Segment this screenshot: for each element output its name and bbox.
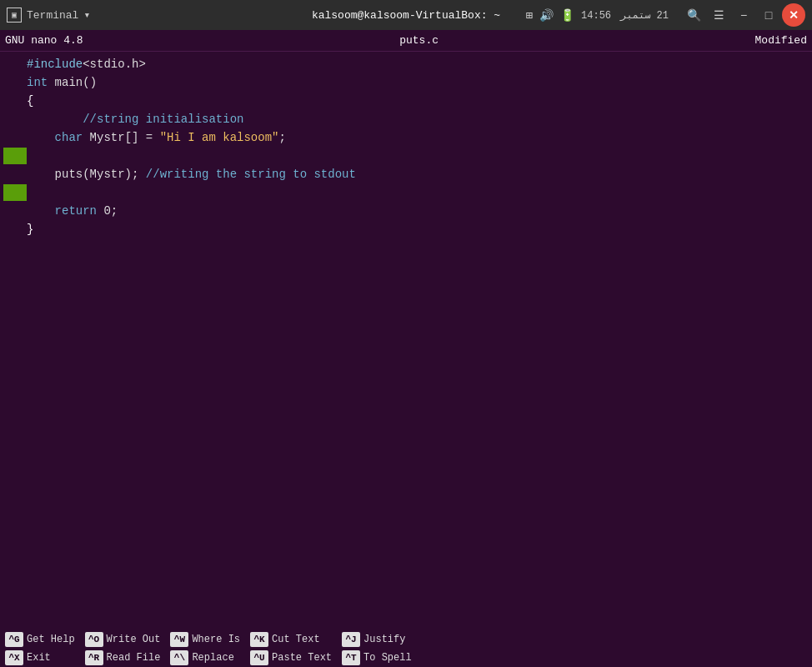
window-title: kalsoom@kalsoom-VirtualBox: ~ <box>312 9 500 22</box>
dropdown-arrow[interactable]: ▾ <box>83 8 90 22</box>
terminal-icon: ▣ <box>7 8 22 23</box>
shortcut-cut-text[interactable]: ^K Cut Text <box>245 630 337 649</box>
code-line-6 <box>0 147 812 165</box>
code-line-5: char Mystr[] = "Hi I am kalsoom" ; <box>0 128 812 147</box>
code-line-9: return 0; <box>0 202 812 220</box>
code-line-1: #include<stdio.h> <box>0 55 812 73</box>
nano-filename: puts.c <box>399 34 439 47</box>
system-tray: 21 ستمبر 14:56 🔋 🔊 ⊞ <box>526 8 669 23</box>
close-button[interactable]: ✕ <box>782 3 805 27</box>
time-date: 21 ستمبر 14:56 <box>581 9 669 22</box>
maximize-button[interactable]: □ <box>757 3 780 27</box>
code-line-7: puts(Mystr); //writing the string to std… <box>0 165 812 183</box>
shortcut-where-is[interactable]: ^W Where Is <box>165 630 245 649</box>
code-line-8 <box>0 183 812 202</box>
nano-status: Modified <box>755 34 807 47</box>
shortcut-replace[interactable]: ^\ Replace <box>165 649 245 667</box>
shortcut-paste-text[interactable]: ^U Paste Text <box>245 649 337 667</box>
titlebar-left: ▣ Terminal ▾ <box>7 8 90 23</box>
titlebar-right: 21 ستمبر 14:56 🔋 🔊 ⊞ 🔍 ☰ − □ ✕ <box>526 3 805 27</box>
nano-header: GNU nano 4.8 puts.c Modified <box>0 30 812 52</box>
code-line-4: //string initialisation <box>0 110 812 128</box>
battery-icon: 🔋 <box>560 8 574 23</box>
nano-footer: ^G Get Help ^X Exit ^O Write Out ^R Read… <box>0 630 812 667</box>
shortcut-col-2: ^O Write Out ^R Read File <box>80 630 166 667</box>
shortcut-exit[interactable]: ^X Exit <box>0 649 80 667</box>
terminal-label: Terminal <box>27 9 78 22</box>
shortcut-col-3: ^W Where Is ^\ Replace <box>165 630 245 667</box>
volume-icon: 🔊 <box>539 8 554 23</box>
shortcut-justify[interactable]: ^J Justify <box>337 630 417 649</box>
network-icon: ⊞ <box>526 8 533 23</box>
code-line-10: } <box>0 220 812 238</box>
minimize-button[interactable]: − <box>732 3 755 27</box>
shortcut-get-help[interactable]: ^G Get Help <box>0 630 80 649</box>
window-controls: 🔍 ☰ − □ ✕ <box>682 3 805 27</box>
editor-area[interactable]: #include<stdio.h> int main() { //string … <box>0 52 812 630</box>
menu-button[interactable]: ☰ <box>707 3 730 27</box>
shortcut-col-1: ^G Get Help ^X Exit <box>0 630 80 667</box>
shortcut-to-spell[interactable]: ^T To Spell <box>337 649 417 667</box>
titlebar: ▣ Terminal ▾ kalsoom@kalsoom-VirtualBox:… <box>0 0 812 30</box>
shortcut-col-5: ^J Justify ^T To Spell <box>337 630 417 667</box>
shortcut-write-out[interactable]: ^O Write Out <box>80 630 166 649</box>
search-button[interactable]: 🔍 <box>682 3 705 27</box>
nano-version: GNU nano 4.8 <box>5 34 83 47</box>
shortcut-row-1: ^G Get Help ^X Exit ^O Write Out ^R Read… <box>0 630 812 667</box>
code-line-2: int main() <box>0 73 812 92</box>
shortcut-read-file[interactable]: ^R Read File <box>80 649 166 667</box>
code-line-3: { <box>0 92 812 110</box>
shortcut-col-4: ^K Cut Text ^U Paste Text <box>245 630 337 667</box>
